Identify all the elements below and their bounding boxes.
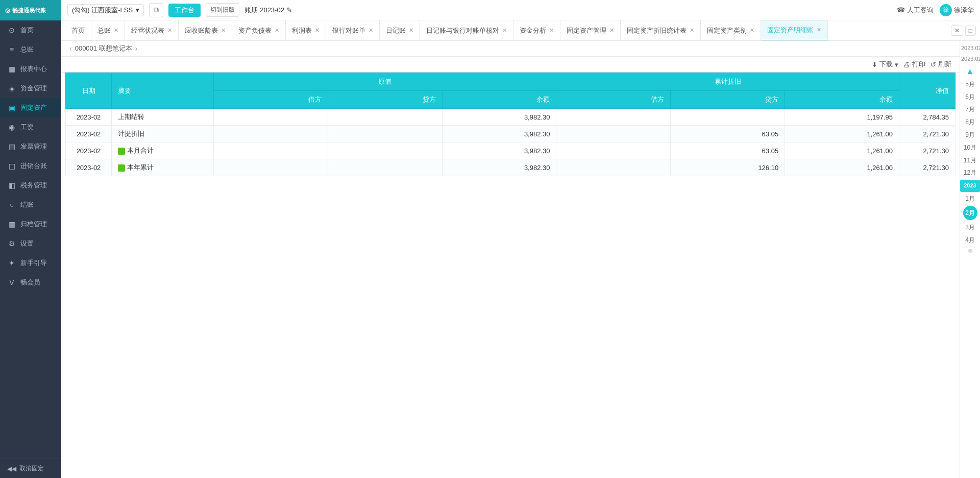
- tab-close-icon[interactable]: ✕: [275, 27, 279, 34]
- sidebar-item-fund[interactable]: ◈ 资金管理: [0, 79, 61, 98]
- tab-ledger[interactable]: 总账 ✕: [91, 20, 125, 41]
- fund-icon: ◈: [7, 84, 16, 92]
- tab-label: 资产负债表: [238, 26, 272, 35]
- avatar-icon: 徐: [940, 4, 952, 16]
- sidebar-item-label: 结账: [20, 200, 34, 209]
- date-year-badge[interactable]: 2023: [960, 180, 980, 192]
- col-header-accum-credit: 贷方: [671, 91, 785, 109]
- date-month-10[interactable]: 10月: [960, 141, 980, 154]
- cell-accum-balance: 1,261.00: [785, 142, 899, 159]
- sidebar-item-guide[interactable]: ✦ 新手引导: [0, 253, 61, 273]
- sidebar-footer-unpin[interactable]: ◀◀ 取消固定: [0, 459, 61, 478]
- print-label: 打印: [912, 60, 925, 69]
- cell-accum-debit: [556, 159, 671, 176]
- sidebar-item-archive[interactable]: ▥ 归档管理: [0, 214, 61, 234]
- tab-close-icon[interactable]: ✕: [369, 27, 373, 34]
- date-month-2-active[interactable]: 2月: [963, 206, 977, 220]
- tab-receivable[interactable]: 应收账龄表 ✕: [179, 20, 232, 41]
- app-logo: ◎ 畅捷通易代账: [0, 0, 61, 20]
- archive-icon: ▥: [7, 220, 16, 228]
- tab-fixed-assets-detail[interactable]: 固定资产明细账 ✕: [761, 20, 828, 41]
- sidebar-item-fixed-assets[interactable]: ▣ 固定资产: [0, 98, 61, 117]
- cell-orig-balance: 3,982.30: [442, 159, 556, 176]
- workbench-button[interactable]: 工作台: [168, 4, 201, 17]
- tab-close-icon[interactable]: ✕: [315, 27, 320, 34]
- breadcrumb-next-icon[interactable]: ›: [135, 44, 138, 53]
- service-button[interactable]: ☎ 人工客询: [897, 6, 934, 15]
- sidebar-nav: ⊙ 首页 ≡ 总账 ▦ 报表中心 ◈ 资金管理 ▣ 固定资产 ◉ 工资 ▤ 发票…: [0, 20, 61, 459]
- tab-fixed-assets-category[interactable]: 固定资产类别 ✕: [701, 20, 761, 41]
- date-month-9[interactable]: 9月: [960, 129, 980, 141]
- table-row: 2023-02 本月合计 3,982.30 63.05 1,261.00 2,7…: [66, 142, 955, 159]
- tab-profit[interactable]: 利润表 ✕: [286, 20, 326, 41]
- cell-orig-debit: [214, 142, 328, 159]
- user-button[interactable]: 徐 徐泽华: [940, 4, 974, 16]
- refresh-button[interactable]: ↺ 刷新: [930, 60, 951, 69]
- period-edit-icon[interactable]: ✎: [286, 6, 292, 14]
- print-button[interactable]: 🖨 打印: [903, 60, 925, 69]
- date-month-7[interactable]: 7月: [960, 103, 980, 116]
- tab-maximize-button[interactable]: □: [965, 26, 976, 36]
- breadcrumb-prev-icon[interactable]: ‹: [69, 44, 72, 53]
- tab-close-icon[interactable]: ✕: [114, 27, 118, 34]
- tab-label: 总账: [97, 26, 111, 35]
- tab-close-all-button[interactable]: ✕: [951, 26, 963, 36]
- download-button[interactable]: ⬇ 下载 ▾: [872, 60, 898, 69]
- date-month-4[interactable]: 4月: [960, 234, 980, 247]
- tab-close-icon[interactable]: ✕: [750, 27, 754, 34]
- sidebar-item-payroll[interactable]: ◉ 工资: [0, 117, 61, 137]
- ledger-icon: ≡: [7, 45, 16, 54]
- date-panel: 2023.02 2023.02 ▲ 5月 6月 7月 8月 9月 10月 11月…: [960, 41, 980, 478]
- tab-home[interactable]: 首页: [65, 20, 91, 41]
- sidebar-item-member[interactable]: V 畅会员: [0, 273, 61, 292]
- col-header-date: 日期: [66, 73, 112, 109]
- tab-label: 首页: [71, 26, 85, 35]
- sidebar-item-settings[interactable]: ⚙ 设置: [0, 234, 61, 253]
- date-month-1[interactable]: 1月: [960, 193, 980, 205]
- date-month-8[interactable]: 8月: [960, 116, 980, 129]
- sidebar-item-settlement[interactable]: ○ 结账: [0, 195, 61, 214]
- logo-icon: ◎: [5, 7, 10, 14]
- sidebar-item-home[interactable]: ⊙ 首页: [0, 20, 61, 40]
- date-month-12[interactable]: 12月: [960, 166, 980, 179]
- tab-close-icon[interactable]: ✕: [549, 27, 554, 34]
- tab-journal-bank-check[interactable]: 日记账与银行对账单核对 ✕: [420, 20, 513, 41]
- sidebar-item-reports[interactable]: ▦ 报表中心: [0, 59, 61, 79]
- period-value: 2023-02: [260, 6, 284, 14]
- sidebar-item-ledger[interactable]: ≡ 总账: [0, 40, 61, 59]
- copy-icon-btn[interactable]: ⧉: [149, 3, 163, 17]
- sidebar-item-tax[interactable]: ◧ 税务管理: [0, 176, 61, 195]
- old-version-button[interactable]: 切到旧版: [206, 3, 239, 17]
- date-month-5[interactable]: 5月: [960, 78, 980, 91]
- reports-icon: ▦: [7, 65, 16, 73]
- tab-label: 银行对账单: [332, 26, 365, 35]
- tab-close-icon[interactable]: ✕: [167, 27, 172, 34]
- tab-journal[interactable]: 日记账 ✕: [380, 20, 420, 41]
- sidebar-item-sales-ledger[interactable]: ◫ 进销台账: [0, 156, 61, 176]
- cell-orig-balance: 3,982.30: [442, 109, 556, 126]
- sidebar-item-invoice[interactable]: ▤ 发票管理: [0, 137, 61, 156]
- tab-close-icon[interactable]: ✕: [817, 27, 821, 33]
- tab-close-icon[interactable]: ✕: [409, 27, 413, 34]
- date-month-6[interactable]: 6月: [960, 91, 980, 104]
- date-up-arrow[interactable]: ▲: [964, 65, 976, 78]
- cell-date: 2023-02: [66, 126, 112, 142]
- tab-fixed-assets-mgmt[interactable]: 固定资产管理 ✕: [560, 20, 621, 41]
- home-icon: ⊙: [7, 26, 16, 34]
- tab-close-icon[interactable]: ✕: [502, 27, 507, 34]
- print-icon: 🖨: [903, 61, 910, 68]
- tab-fund-analysis[interactable]: 资金分析 ✕: [513, 20, 560, 41]
- tab-close-icon[interactable]: ✕: [690, 27, 694, 34]
- tab-close-icon[interactable]: ✕: [609, 27, 614, 34]
- tab-fixed-assets-depreciation[interactable]: 固定资产折旧统计表 ✕: [621, 20, 701, 41]
- sidebar: ◎ 畅捷通易代账 ⊙ 首页 ≡ 总账 ▦ 报表中心 ◈ 资金管理 ▣ 固定资产 …: [0, 0, 61, 478]
- tab-assets-liabilities[interactable]: 资产负债表 ✕: [232, 20, 286, 41]
- date-month-11[interactable]: 11月: [960, 154, 980, 167]
- tabbar-actions: ✕ □: [951, 26, 976, 36]
- company-selector[interactable]: (勾勾) 江西服室-LSS ▾: [67, 4, 144, 16]
- period-display: 账期 2023-02 ✎: [244, 6, 292, 15]
- date-month-3[interactable]: 3月: [960, 221, 980, 234]
- tab-business[interactable]: 经营状况表 ✕: [125, 20, 179, 41]
- tab-bank-statement[interactable]: 银行对账单 ✕: [326, 20, 380, 41]
- tab-close-icon[interactable]: ✕: [221, 27, 226, 34]
